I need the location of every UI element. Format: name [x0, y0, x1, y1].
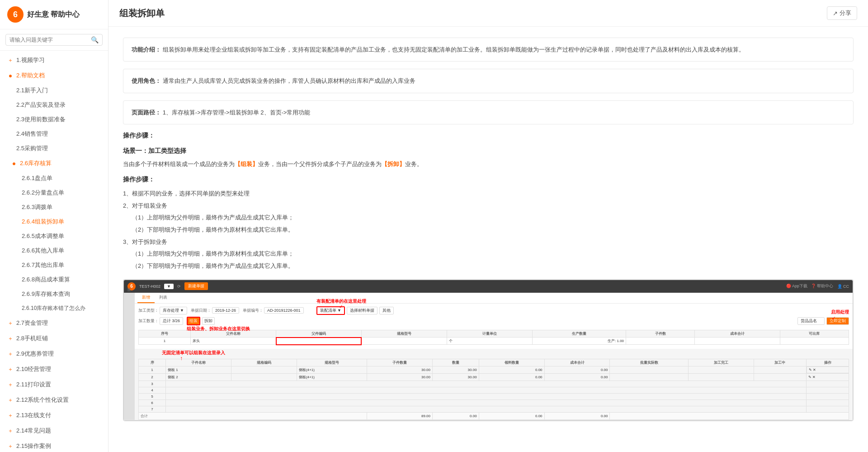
sidebar-item-assembly[interactable]: 2.6.4组装拆卸单 — [0, 214, 108, 229]
steps-section: 操作步骤： 场景一：加工类型选择 当由多个子件材料组装成一个成品的业务为【组装】… — [123, 132, 854, 272]
sidebar-item-docs[interactable]: ● 2.帮助文档 — [0, 68, 108, 83]
mock-ltd-empty7 — [166, 406, 807, 412]
sidebar-item-stockquery[interactable]: 2.6.9库存账本查询 — [0, 287, 108, 301]
sidebar-item-finance[interactable]: ＋ 2.7资金管理 — [0, 315, 108, 331]
mock-tab-new[interactable]: 新增 — [137, 293, 155, 303]
sidebar-item-faq[interactable]: ＋ 2.14常见问题 — [0, 423, 108, 438]
main-area: 组装拆卸单 ↗ 分享 功能介绍： 组装拆卸单用来处理企业组装或拆卸等加工业务，支… — [108, 0, 868, 452]
mock-type-select[interactable]: 库存处理▼ — [160, 307, 187, 314]
mock-ltd-actual1 — [610, 366, 688, 373]
sidebar-item-mgmt[interactable]: ＋ 2.10经营管理 — [0, 362, 108, 377]
mock-edit-icon2[interactable]: ✎ — [808, 375, 811, 379]
mock-choose-btn[interactable]: 选择材料单据 — [347, 307, 377, 314]
mock-edit-icon1[interactable]: ✎ — [809, 368, 812, 372]
sidebar-item-stocktake[interactable]: 2.6.1盘点单 — [0, 171, 108, 186]
plus-icon-mobile: ＋ — [7, 335, 14, 342]
mock-lth-spec: 规格型号 — [297, 359, 367, 366]
nav-label-cases: 2.15操作案例 — [16, 442, 51, 450]
share-button[interactable]: ↗ 分享 — [827, 6, 857, 20]
mock-selector-label: ▼ — [167, 284, 171, 289]
nav-label-mobile: 2.8手机旺铺 — [16, 334, 48, 343]
mock-disassembly-tab[interactable]: 拆卸 — [202, 317, 215, 325]
nav-label-payment: 2.13在线支付 — [16, 411, 51, 419]
sidebar-item-outbound[interactable]: 2.6.7其他出库单 — [0, 258, 108, 272]
mock-tab-list[interactable]: 列表 — [155, 293, 172, 303]
sidebar-item-newbie[interactable]: 2.1新手入门 — [0, 83, 108, 98]
mock-ltd-spec2: 侧板(4+1) — [297, 373, 367, 381]
mock-confirm-btn[interactable]: 立即定制 — [826, 317, 849, 325]
path-block: 页面路径： 1、库存核算->库存管理->组装拆卸单 2、首页->常用功能 — [123, 100, 854, 124]
mock-ltd-qty1: 30.00 — [433, 366, 479, 373]
nav-label-sales: 2.4销售管理 — [16, 130, 48, 138]
search-icon[interactable]: 🔍 — [91, 36, 99, 43]
nav-label-finance: 2.7资金管理 — [16, 319, 48, 327]
mock-th-out1: 可出库 — [780, 330, 849, 338]
search-input[interactable] — [9, 37, 91, 43]
nav-label-outbound: 2.6.7其他出库单 — [22, 261, 64, 269]
mock-lower-row7: 7 — [139, 406, 849, 412]
mock-num-input[interactable]: 总计 3/26 — [160, 317, 183, 325]
nav-label-newbie: 2.1新手入门 — [16, 86, 48, 95]
mock-form-row1: 加工类型： 库存处理▼ 单据日期： 2019-12-26 — [138, 306, 849, 315]
mock-assembly-tab[interactable]: 组装 — [187, 317, 200, 325]
mock-field-no: 单据编号： AD-20191226-001 — [243, 307, 304, 314]
nav-label-inventory: 2.6库存核算 — [20, 159, 52, 167]
mock-del-icon2[interactable]: ✕ — [812, 375, 816, 379]
mock-ltd-actual2 — [610, 373, 688, 381]
mock-no-text: AD-20191226-001 — [267, 308, 301, 313]
mock-other-btn[interactable]: 其他 — [379, 307, 394, 314]
mock-newdoc-btn[interactable]: 新建单据 — [184, 282, 208, 290]
mock-type-label: 加工类型： — [138, 308, 159, 314]
mock-no-label: 单据编号： — [243, 308, 263, 314]
nav-label-purchase: 2.5采购管理 — [16, 144, 48, 152]
plus-icon-payment: ＋ — [7, 412, 14, 419]
mock-ltd-done1 — [688, 366, 754, 373]
function-intro-block: 功能介绍： 组装拆卸单用来处理企业组装或拆卸等加工业务，支持有固定装配清单的产品… — [123, 38, 854, 62]
sidebar-item-install[interactable]: 2.2产品安装及登录 — [0, 98, 108, 112]
plus-icon-custom: ＋ — [7, 397, 14, 403]
mock-lower-table: 序 子件名称 规格编码 规格型号 子件数量 数量 领料数量 成本合计 批量实际数 — [138, 359, 849, 420]
sidebar-item-print[interactable]: ＋ 2.11打印设置 — [0, 377, 108, 392]
mock-td-cost1 — [695, 338, 780, 345]
mock-del-icon1[interactable]: ✕ — [813, 368, 816, 372]
mock-assembly-arrow: ▼ — [337, 308, 341, 313]
sidebar-item-adjust[interactable]: 2.6.3调拨单 — [0, 200, 108, 214]
mock-ltd-ops3 — [807, 381, 849, 387]
sidebar-item-sales[interactable]: 2.4销售管理 — [0, 127, 108, 141]
sidebar-item-payment[interactable]: ＋ 2.13在线支付 — [0, 408, 108, 423]
sidebar-item-purchase[interactable]: 2.5采购管理 — [0, 141, 108, 156]
search-box[interactable]: 🔍 — [5, 34, 103, 46]
scenario1-label: 场景一：加工类型选择 — [123, 147, 854, 155]
sidebar-item-costadj[interactable]: 2.6.5成本调整单 — [0, 229, 108, 243]
sidebar-item-costrecalc[interactable]: 2.6.8商品成本重算 — [0, 272, 108, 287]
nav-label-coupon: 2.9优惠券管理 — [16, 350, 54, 358]
mock-apps-icon: 🔴 App下载 — [786, 283, 807, 289]
nav-label-stocktake: 2.6.1盘点单 — [22, 174, 52, 182]
sidebar-item-inventory[interactable]: ● 2.6库存核算 — [0, 156, 108, 171]
sidebar-item-mobile[interactable]: ＋ 2.8手机旺铺 — [0, 331, 108, 346]
sidebar-item-cases[interactable]: ＋ 2.15操作案例 — [0, 438, 108, 452]
nav-label-data: 2.3使用前数据准备 — [16, 115, 66, 124]
sidebar-item-partial[interactable]: 2.6.2分量盘点单 — [0, 186, 108, 200]
mock-selector-box[interactable]: ▼ — [164, 284, 174, 289]
sidebar-item-custom[interactable]: ＋ 2.12系统个性化设置 — [0, 392, 108, 408]
sidebar-item-stockerror[interactable]: 2.6.10库存账本错了怎么办 — [0, 301, 108, 315]
sidebar-item-data[interactable]: 2.3使用前数据准备 — [0, 112, 108, 127]
mock-th-seq1: 序号 — [139, 330, 191, 338]
mock-ltd-done2 — [688, 373, 754, 381]
mock-refresh-icon[interactable]: ⟳ — [177, 284, 181, 289]
mock-no-value[interactable]: AD-20191226-001 — [264, 307, 304, 314]
mock-date-value[interactable]: 2019-12-26 — [212, 307, 239, 314]
scenario1-desc: 当由多个子件材料组装成一个成品的业务为【组装】业务，当由一个父件拆分成多个子产品… — [123, 159, 854, 170]
mock-ltd-ops4 — [807, 387, 849, 393]
mock-lower-row3: 3 — [139, 381, 849, 387]
nav-label-custom: 2.12系统个性化设置 — [16, 396, 69, 404]
mock-ltd-ops2: ✎ ✕ — [807, 373, 849, 381]
sidebar-item-coupon[interactable]: ＋ 2.9优惠券管理 — [0, 346, 108, 362]
mock-ltd-inprog2 — [754, 373, 807, 381]
sidebar-item-inbound[interactable]: 2.6.6其他入库单 — [0, 243, 108, 258]
sidebar-item-video[interactable]: ＋ 1.视频学习 — [0, 52, 108, 68]
function-intro-label: 功能介绍： — [132, 46, 161, 53]
mock-enable-input[interactable]: 货品品名 — [797, 317, 825, 325]
mock-lower-row2: 2 侧板 2 侧板(4+1) 30.00 30.00 0.00 0.00 — [139, 373, 849, 381]
